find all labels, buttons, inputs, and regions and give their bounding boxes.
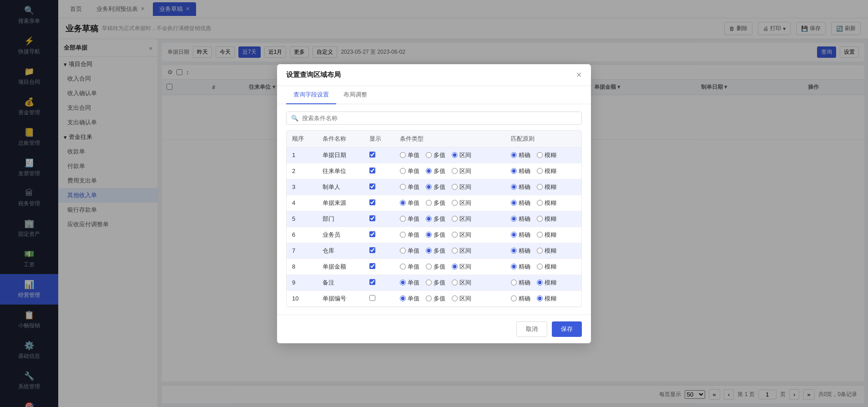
cell-match-type: 精确模糊 xyxy=(505,227,581,243)
cell-match-type: 精确模糊 xyxy=(505,179,581,195)
cell-name: 备注 xyxy=(317,275,363,290)
cell-condition-type: 单值多值区间 xyxy=(394,227,505,243)
modal-table-row: 2往来单位单值多值区间精确模糊 xyxy=(287,163,581,179)
modal-table-header: 顺序 条件名称 显示 条件类型 匹配原则 xyxy=(287,131,581,148)
save-modal-button[interactable]: 保存 xyxy=(552,321,582,337)
cell-show xyxy=(364,227,394,243)
cell-name: 仓库 xyxy=(317,243,363,259)
modal-overlay: 设置查询区域布局 ✕ 查询字段设置 布局调整 🔍 顺序 条件名称 xyxy=(0,0,868,407)
modal-close-icon[interactable]: ✕ xyxy=(576,71,582,79)
cell-order: 3 xyxy=(287,179,317,195)
cell-match-type: 精确模糊 xyxy=(505,243,581,259)
cell-name: 单据金额 xyxy=(317,259,363,275)
tab-query-fields[interactable]: 查询字段设置 xyxy=(286,86,336,104)
cell-show xyxy=(364,259,394,275)
cell-show xyxy=(364,195,394,211)
search-box: 🔍 xyxy=(286,112,582,125)
cell-match-type: 精确模糊 xyxy=(505,211,581,227)
th-display: 显示 xyxy=(364,131,394,148)
modal-table-container: 顺序 条件名称 显示 条件类型 匹配原则 1单据日期单值多值区间精确模糊2往来单… xyxy=(286,130,582,307)
modal-footer: 取消 保存 xyxy=(277,315,591,343)
modal-table-row: 8单据金额单值多值区间精确模糊 xyxy=(287,259,581,275)
th-condition-type: 条件类型 xyxy=(394,131,505,148)
settings-modal: 设置查询区域布局 ✕ 查询字段设置 布局调整 🔍 顺序 条件名称 xyxy=(277,64,591,343)
cell-name: 制单人 xyxy=(317,179,363,195)
cell-match-type: 精确模糊 xyxy=(505,290,581,306)
show-checkbox[interactable] xyxy=(369,183,375,189)
cell-show xyxy=(364,211,394,227)
cell-condition-type: 单值多值区间 xyxy=(394,195,505,211)
show-checkbox[interactable] xyxy=(369,295,375,301)
cell-name: 单据来源 xyxy=(317,195,363,211)
cell-match-type: 精确模糊 xyxy=(505,195,581,211)
cell-order: 1 xyxy=(287,147,317,163)
modal-table-row: 1单据日期单值多值区间精确模糊 xyxy=(287,147,581,163)
modal-table-row: 7仓库单值多值区间精确模糊 xyxy=(287,243,581,259)
modal-header: 设置查询区域布局 ✕ xyxy=(277,64,591,86)
cell-order: 5 xyxy=(287,211,317,227)
cell-show xyxy=(364,243,394,259)
cell-show xyxy=(364,163,394,179)
search-input[interactable] xyxy=(302,115,577,122)
cancel-button[interactable]: 取消 xyxy=(516,321,547,337)
cell-order: 4 xyxy=(287,195,317,211)
show-checkbox[interactable] xyxy=(369,247,375,253)
cell-name: 部门 xyxy=(317,211,363,227)
show-checkbox[interactable] xyxy=(369,231,375,237)
show-checkbox[interactable] xyxy=(369,215,375,221)
cell-condition-type: 单值多值区间 xyxy=(394,147,505,163)
th-match-rule: 匹配原则 xyxy=(505,131,581,148)
show-checkbox[interactable] xyxy=(369,279,375,285)
cell-show xyxy=(364,275,394,290)
search-icon: 🔍 xyxy=(291,115,298,122)
cell-condition-type: 单值多值区间 xyxy=(394,211,505,227)
th-order: 顺序 xyxy=(287,131,317,148)
cell-name: 业务员 xyxy=(317,227,363,243)
modal-table: 顺序 条件名称 显示 条件类型 匹配原则 1单据日期单值多值区间精确模糊2往来单… xyxy=(287,131,581,307)
modal-table-row: 6业务员单值多值区间精确模糊 xyxy=(287,227,581,243)
cell-condition-type: 单值多值区间 xyxy=(394,259,505,275)
cell-name: 往来单位 xyxy=(317,163,363,179)
modal-body: 🔍 顺序 条件名称 显示 条件类型 匹配原则 xyxy=(277,104,591,315)
modal-tabs: 查询字段设置 布局调整 xyxy=(277,86,591,104)
show-checkbox[interactable] xyxy=(369,168,375,173)
modal-table-row: 4单据来源单值多值区间精确模糊 xyxy=(287,195,581,211)
modal-table-row: 5部门单值多值区间精确模糊 xyxy=(287,211,581,227)
show-checkbox[interactable] xyxy=(369,152,375,158)
cell-match-type: 精确模糊 xyxy=(505,163,581,179)
cell-show xyxy=(364,179,394,195)
cell-match-type: 精确模糊 xyxy=(505,259,581,275)
cell-order: 9 xyxy=(287,275,317,290)
cell-order: 8 xyxy=(287,259,317,275)
modal-table-row: 9备注单值多值区间精确模糊 xyxy=(287,275,581,290)
modal-table-row: 3制单人单值多值区间精确模糊 xyxy=(287,179,581,195)
cell-match-type: 精确模糊 xyxy=(505,275,581,290)
modal-table-row: 10单据编号单值多值区间精确模糊 xyxy=(287,290,581,306)
cell-condition-type: 单值多值区间 xyxy=(394,163,505,179)
tab-layout[interactable]: 布局调整 xyxy=(336,86,374,104)
cell-condition-type: 单值多值区间 xyxy=(394,290,505,306)
cell-condition-type: 单值多值区间 xyxy=(394,243,505,259)
cell-condition-type: 单值多值区间 xyxy=(394,179,505,195)
cell-show xyxy=(364,147,394,163)
cell-order: 6 xyxy=(287,227,317,243)
cell-order: 2 xyxy=(287,163,317,179)
modal-title: 设置查询区域布局 xyxy=(286,71,341,79)
cell-name: 单据日期 xyxy=(317,147,363,163)
th-condition-name: 条件名称 xyxy=(317,131,363,148)
show-checkbox[interactable] xyxy=(369,199,375,205)
cell-order: 10 xyxy=(287,290,317,306)
cell-match-type: 精确模糊 xyxy=(505,147,581,163)
cell-show xyxy=(364,290,394,306)
cell-order: 7 xyxy=(287,243,317,259)
cell-condition-type: 单值多值区间 xyxy=(394,275,505,290)
show-checkbox[interactable] xyxy=(369,263,375,269)
cell-name: 单据编号 xyxy=(317,290,363,306)
